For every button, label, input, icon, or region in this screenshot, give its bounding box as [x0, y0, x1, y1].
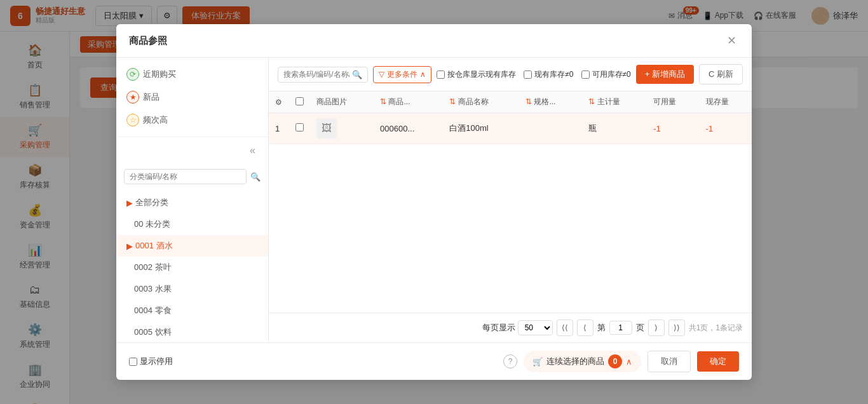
modal-title: 商品参照 — [129, 35, 167, 47]
cat-item-0004[interactable]: 0004 零食 — [116, 300, 268, 321]
modal-left-panel: ⟳ 近期购买 ★ 新品 ☆ 频次高 « — [116, 58, 269, 342]
quick-new[interactable]: ★ 新品 — [116, 86, 268, 109]
total-info: 共1页，1条记录 — [689, 323, 743, 333]
page-size-label: 每页显示 — [482, 322, 515, 333]
quick-access-section: ⟳ 近期购买 ★ 新品 ☆ 频次高 — [116, 58, 268, 137]
page-label2: 页 — [636, 322, 644, 333]
cat-item-0003[interactable]: 0003 水果 — [116, 278, 268, 300]
th-name[interactable]: ⇅ 商品名称 — [443, 91, 519, 113]
collapse-panel-button[interactable]: « — [242, 140, 263, 161]
filter-label: 更多条件 — [387, 69, 417, 80]
cart-collapse-icon[interactable]: ∧ — [626, 357, 632, 367]
cat-item-0005[interactable]: 0005 饮料 — [116, 321, 268, 342]
page-size-select[interactable]: 50 20 100 — [518, 320, 553, 335]
stock-ne0-checkbox[interactable] — [524, 71, 532, 79]
table-row[interactable]: 1 🖼 000600... 白酒100ml — [269, 113, 752, 144]
pagination: 每页显示 50 20 100 ⟨⟨ ⟨ 第 页 ⟩ ⟩⟩ 共1页，1条记录 — [269, 313, 752, 342]
cell-stock: -1 — [700, 113, 752, 144]
add-product-button[interactable]: + 新增商品 — [636, 65, 694, 84]
cat-item-0002[interactable]: 0002 茶叶 — [116, 257, 268, 278]
quick-frequent-label: 频次高 — [143, 114, 168, 126]
cat-item-label: 0004 零食 — [126, 305, 172, 316]
sort-icon2: ⇅ — [449, 97, 456, 106]
cell-index: 1 — [269, 113, 289, 144]
prev-page-button[interactable]: ⟨ — [577, 320, 593, 336]
next-page-button[interactable]: ⟩ — [648, 320, 665, 336]
confirm-button[interactable]: 确定 — [697, 351, 739, 372]
product-search-input[interactable] — [283, 70, 349, 79]
first-page-button[interactable]: ⟨⟨ — [557, 320, 573, 336]
category-search-input[interactable] — [124, 169, 247, 184]
sort-icon3: ⇅ — [526, 97, 532, 106]
last-page-button[interactable]: ⟩⟩ — [668, 320, 685, 336]
modal-overlay: 商品参照 ✕ ⟳ 近期购买 ★ 新品 ☆ 频次高 — [0, 0, 868, 404]
select-all-checkbox[interactable] — [295, 97, 304, 105]
sort-icon4: ⇅ — [588, 97, 595, 106]
settings-icon[interactable]: ⚙ — [275, 98, 282, 107]
row-checkbox[interactable] — [295, 123, 304, 131]
toolbar-action-btns: + 新增商品 C 刷新 — [636, 64, 743, 84]
th-checkbox — [289, 91, 310, 113]
refresh-button[interactable]: C 刷新 — [699, 64, 743, 84]
cell-checkbox[interactable] — [289, 113, 310, 144]
cat-item-label: 全部分类 — [135, 197, 168, 208]
cell-spec — [519, 113, 582, 144]
cat-item-active-arrow: ▶ — [126, 241, 133, 251]
cart-label: 连续选择的商品 — [546, 356, 604, 367]
cell-image: 🖼 — [310, 113, 374, 144]
quick-frequent[interactable]: ☆ 频次高 — [116, 109, 268, 131]
th-image-label: 商品图片 — [316, 97, 347, 106]
product-table: ⚙ 商品图片 ⇅ 商品... — [269, 91, 752, 144]
modal-footer: 显示停用 ? 🛒 连续选择的商品 0 ∧ 取消 确定 — [116, 342, 752, 380]
product-image: 🖼 — [316, 118, 337, 138]
th-image: 商品图片 — [310, 91, 374, 113]
cell-available: -1 — [647, 113, 699, 144]
warehouse-label: 按仓库显示现有库存 — [447, 69, 516, 80]
category-search-icon[interactable]: 🔍 — [250, 172, 261, 182]
th-spec[interactable]: ⇅ 规格... — [519, 91, 582, 113]
modal-right-panel: 🔍 ▽ 更多条件 ∧ 按仓库显示现有库存 现 — [269, 58, 752, 342]
new-icon: ★ — [126, 91, 139, 104]
table-header-row: ⚙ 商品图片 ⇅ 商品... — [269, 91, 752, 113]
cancel-button[interactable]: 取消 — [648, 351, 691, 372]
show-disabled-checkbox-wrap[interactable]: 显示停用 — [129, 356, 173, 367]
th-code[interactable]: ⇅ 商品... — [374, 91, 443, 113]
cat-item-label: 0001 酒水 — [135, 240, 173, 252]
th-unit[interactable]: ⇅ 主计量 — [582, 91, 647, 113]
footer-left: 显示停用 — [129, 356, 173, 367]
category-list: ▶ 全部分类 00 未分类 ▶ 0001 酒水 0002 茶叶 0003 水果 — [116, 189, 268, 342]
available-ne0-label: 可用库存≠0 — [592, 69, 631, 80]
page-size-wrap: 每页显示 50 20 100 — [482, 320, 553, 335]
cat-item-label: 0002 茶叶 — [126, 262, 172, 273]
recent-icon: ⟳ — [126, 68, 139, 81]
footer-right: ? 🛒 连续选择的商品 0 ∧ 取消 确定 — [503, 351, 739, 372]
modal-toolbar: 🔍 ▽ 更多条件 ∧ 按仓库显示现有库存 现 — [269, 58, 752, 91]
cart-info[interactable]: 🛒 连续选择的商品 0 ∧ — [524, 351, 641, 372]
checkbox-warehouse[interactable]: 按仓库显示现有库存 — [437, 69, 516, 80]
show-disabled-label: 显示停用 — [140, 356, 173, 367]
checkbox-available-ne0[interactable]: 可用库存≠0 — [581, 69, 631, 80]
help-icon[interactable]: ? — [503, 354, 517, 368]
th-unit-label: 主计量 — [597, 97, 620, 106]
warehouse-checkbox[interactable] — [437, 71, 445, 79]
product-search-icon[interactable]: 🔍 — [352, 70, 362, 79]
page-number-input[interactable] — [609, 321, 632, 335]
product-reference-modal: 商品参照 ✕ ⟳ 近期购买 ★ 新品 ☆ 频次高 — [116, 24, 752, 380]
cat-item-00[interactable]: 00 未分类 — [116, 213, 268, 235]
product-table-wrap: ⚙ 商品图片 ⇅ 商品... — [269, 91, 752, 313]
cat-expand-arrow: ▶ — [126, 198, 133, 208]
cat-item-label: 0005 饮料 — [126, 327, 172, 338]
cat-item-0001[interactable]: ▶ 0001 酒水 — [116, 235, 268, 257]
available-ne0-checkbox[interactable] — [581, 71, 590, 79]
quick-recent-label: 近期购买 — [143, 69, 176, 80]
checkbox-stock-ne0[interactable]: 现有库存≠0 — [524, 69, 573, 80]
th-stock-label: 现存量 — [706, 97, 729, 106]
sort-icon: ⇅ — [380, 97, 386, 106]
quick-recent[interactable]: ⟳ 近期购买 — [116, 63, 268, 86]
filter-button[interactable]: ▽ 更多条件 ∧ — [373, 66, 431, 83]
cat-item-all[interactable]: ▶ 全部分类 — [116, 192, 268, 213]
quick-new-label: 新品 — [143, 91, 159, 103]
show-disabled-checkbox[interactable] — [129, 358, 137, 366]
th-name-label: 商品名称 — [458, 97, 489, 106]
modal-close-button[interactable]: ✕ — [724, 33, 739, 48]
